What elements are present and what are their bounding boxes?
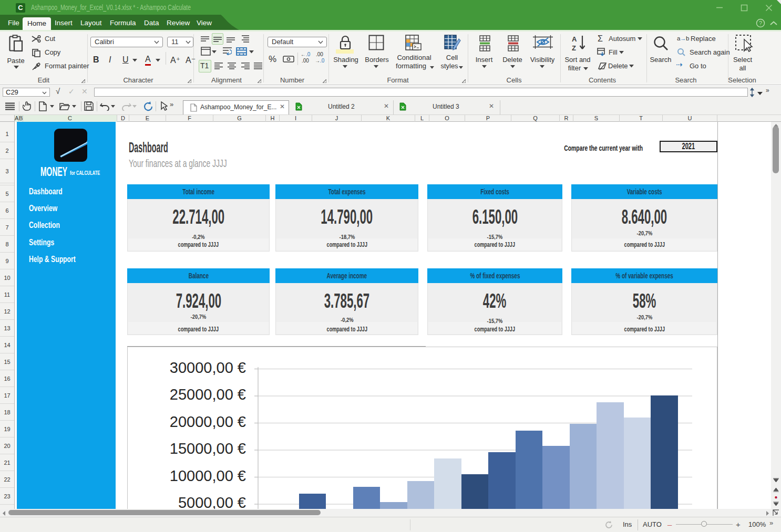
svg-text:10000,00 €: 10000,00 € bbox=[170, 467, 246, 484]
svg-text:30000,00 €: 30000,00 € bbox=[170, 359, 246, 376]
svg-text:A: A bbox=[572, 35, 577, 43]
svg-text:15000,00 €: 15000,00 € bbox=[170, 440, 246, 457]
svg-text:Z: Z bbox=[572, 44, 576, 51]
svg-text:25000,00 €: 25000,00 € bbox=[170, 386, 246, 403]
svg-text:20000,00 €: 20000,00 € bbox=[170, 413, 246, 430]
svg-text:5000,00 €: 5000,00 € bbox=[178, 494, 246, 509]
svg-text:?: ? bbox=[759, 20, 762, 26]
